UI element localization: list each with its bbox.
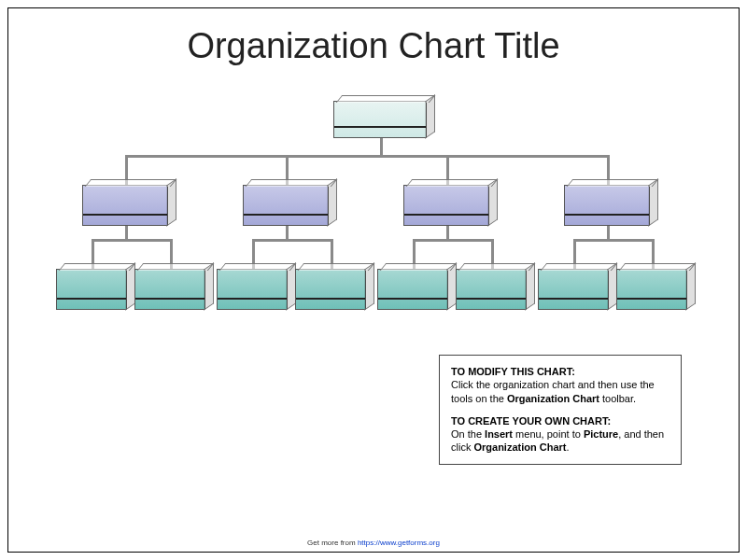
footer: Get more from https://www.getforms.org xyxy=(0,539,747,547)
connector xyxy=(92,239,170,242)
org-node-level3[interactable] xyxy=(56,269,127,310)
org-chart[interactable] xyxy=(56,101,691,325)
connector xyxy=(446,226,449,239)
connector xyxy=(413,239,491,242)
org-node-root[interactable] xyxy=(333,101,427,138)
instructions-box: TO MODIFY THIS CHART: Click the organiza… xyxy=(439,355,682,465)
create-bold-3: Organization Chart xyxy=(473,441,566,453)
connector xyxy=(125,155,607,158)
org-node-level2[interactable] xyxy=(243,185,329,226)
org-node-level3[interactable] xyxy=(456,269,527,310)
org-node-level3[interactable] xyxy=(616,269,687,310)
connector xyxy=(380,138,383,155)
modify-heading: TO MODIFY THIS CHART: xyxy=(451,366,575,377)
org-node-level2[interactable] xyxy=(564,185,650,226)
org-node-level2[interactable] xyxy=(403,185,489,226)
create-bold-2: Picture xyxy=(584,428,618,440)
create-heading: TO CREATE YOUR OWN CHART: xyxy=(451,415,611,427)
footer-prefix: Get more from xyxy=(307,539,358,547)
connector xyxy=(607,226,610,239)
org-node-level3[interactable] xyxy=(295,269,366,310)
footer-link[interactable]: https://www.getforms.org xyxy=(358,539,440,547)
modify-text-2: toolbar. xyxy=(599,393,636,404)
org-node-level3[interactable] xyxy=(377,269,448,310)
connector xyxy=(252,239,331,242)
modify-bold: Organization Chart xyxy=(507,393,599,404)
create-text-2: menu, point to xyxy=(513,428,584,440)
create-text-4: . xyxy=(566,441,569,453)
create-text-1: On the xyxy=(451,428,485,440)
org-node-level3[interactable] xyxy=(134,269,205,310)
org-node-level3[interactable] xyxy=(538,269,609,310)
org-node-level3[interactable] xyxy=(217,269,288,310)
org-node-level2[interactable] xyxy=(82,185,168,226)
create-bold-1: Insert xyxy=(485,428,513,440)
connector xyxy=(573,239,652,242)
connector xyxy=(125,226,128,239)
connector xyxy=(286,226,289,239)
